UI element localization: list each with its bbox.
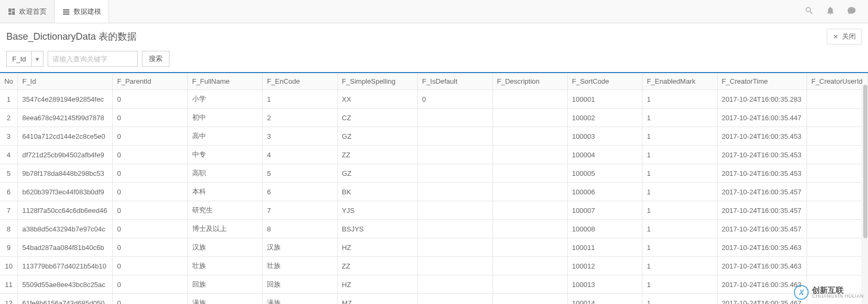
bell-icon[interactable] [826,6,835,17]
cell: 壮族 [263,257,337,275]
cell: 0 [113,257,187,275]
tab-home[interactable]: 欢迎首页 [0,0,55,23]
cell: 2017-10-24T16:00:35.463 [717,238,807,257]
cell: 1 [0,90,17,109]
col-enabledmark[interactable]: F_EnabledMark [642,73,717,90]
cell: 回族 [263,275,337,294]
cell: 100004 [567,146,642,164]
cell: 0 [113,90,187,109]
search-icon[interactable] [804,6,814,17]
col-isdefault[interactable]: F_IsDefault [418,73,493,90]
cell: 54bad287aa084f81b40c6b [17,238,112,257]
cell: 100001 [567,90,642,109]
col-description[interactable]: F_Description [493,73,567,90]
chat-icon[interactable] [847,6,856,17]
cell: GZ [337,127,418,146]
cell: 1 [642,183,717,201]
cell [493,109,567,127]
cell: 100007 [567,201,642,220]
cell: 2017-10-24T16:00:35.453 [717,127,807,146]
scrollbar-thumb[interactable] [863,85,867,238]
col-creatortime[interactable]: F_CreatorTime [717,73,807,90]
cell [493,294,567,305]
table-row[interactable]: 115509d55ae8ee43bc8c25ac0回族回族HZ100013120… [0,275,868,294]
table-row[interactable]: 8a38b8d5c43294b7e97c04c0博士及以上8BSJYS10000… [0,220,868,238]
chevron-down-icon: ▾ [31,51,43,66]
col-fullname[interactable]: F_FullName [187,73,262,90]
table-row[interactable]: 954bad287aa084f81b40c6b0汉族汉族HZ1000111201… [0,238,868,257]
cell: 3547c4e289194e92854fec [17,90,112,109]
cell [418,164,493,183]
cell: 3 [263,127,337,146]
cell: 113779bb677d4021b54b10 [17,257,112,275]
col-creatoruserid[interactable]: F_CreatorUserId [807,73,867,90]
cell: 100003 [567,127,642,146]
cell: 1 [642,238,717,257]
cell [493,220,567,238]
tab-data-model[interactable]: 数据建模 [55,0,109,23]
table-wrap: No F_Id F_ParentId F_FullName F_EnCode F… [0,73,868,304]
title-row: Base_DictionaryData 表的数据 关闭 [0,23,868,48]
table-row[interactable]: 13547c4e289194e92854fec0小学1XX01000011201… [0,90,868,109]
tab-label: 欢迎首页 [19,7,47,16]
cell: 4 [0,146,17,164]
cell [807,183,867,201]
cell: 1 [263,90,337,109]
cell: BK [337,183,418,201]
table-row[interactable]: 6b620b397f3ec44f083b0df90本科6BK1000061201… [0,183,868,201]
cell: 2017-10-24T16:00:35.447 [717,109,807,127]
cell: 0 [113,201,187,220]
tabs: 欢迎首页 数据建模 [0,0,109,23]
cell: BSJYS [337,220,418,238]
cell: 1 [642,90,717,109]
col-parentid[interactable]: F_ParentId [113,73,187,90]
cell: 2017-10-24T16:00:35.457 [717,220,807,238]
cell: 100006 [567,183,642,201]
cell [418,220,493,238]
cell: 7 [0,201,17,220]
col-sortcode[interactable]: F_SortCode [567,73,642,90]
table-row[interactable]: 59b78f178da8448b298bc530高职5GZ10000512017… [0,164,868,183]
table-row[interactable]: 28eea678c942145f99d78780初中2CZ10000212017… [0,109,868,127]
close-label: 关闭 [842,32,856,41]
field-dropdown[interactable]: F_Id ▾ [6,51,43,67]
col-simplespelling[interactable]: F_SimpleSpelling [337,73,418,90]
search-button[interactable]: 搜索 [142,51,169,67]
table-icon [62,7,70,16]
cell: 7 [263,201,337,220]
cell: 1 [642,294,717,305]
cell [418,275,493,294]
cell: 中专 [187,146,262,164]
table-row[interactable]: 71128f7a50cc64c6db6eed460研究生7YJS10000712… [0,201,868,220]
col-no[interactable]: No [0,73,17,90]
cell: 研究生 [187,201,262,220]
cell: CZ [337,109,418,127]
cell: 回族 [187,275,262,294]
table-row[interactable]: 4df721d25cb9b4502afb4fe90中专4ZZ1000041201… [0,146,868,164]
cell: 1 [642,220,717,238]
cell [418,146,493,164]
table-row[interactable]: 10113779bb677d4021b54b100壮族壮族ZZ100012120… [0,257,868,275]
scrollbar-vertical[interactable] [862,85,868,304]
col-id[interactable]: F_Id [17,73,112,90]
cell: 11 [0,275,17,294]
cell: 1 [642,109,717,127]
cell: df721d25cb9b4502afb4fe9 [17,146,112,164]
table-row[interactable]: 36410a712cd144e2c8ce5e00高中3GZ10000312017… [0,127,868,146]
cell: 61fe8b6156a743d685d050 [17,294,112,305]
cell: b620b397f3ec44f083b0df9 [17,183,112,201]
cell [418,127,493,146]
col-encode[interactable]: F_EnCode [263,73,337,90]
cell: 3 [0,127,17,146]
cell: 0 [113,109,187,127]
search-input[interactable] [48,51,138,67]
cell: 100008 [567,220,642,238]
cell [418,109,493,127]
close-button[interactable]: 关闭 [827,29,862,44]
cell: 1 [642,164,717,183]
cell: 2017-10-24T16:00:35.463 [717,275,807,294]
table-row[interactable]: 1261fe8b6156a743d685d0500满族满族MZ100014120… [0,294,868,305]
cell: 100013 [567,275,642,294]
cell: 高职 [187,164,262,183]
cell: MZ [337,294,418,305]
